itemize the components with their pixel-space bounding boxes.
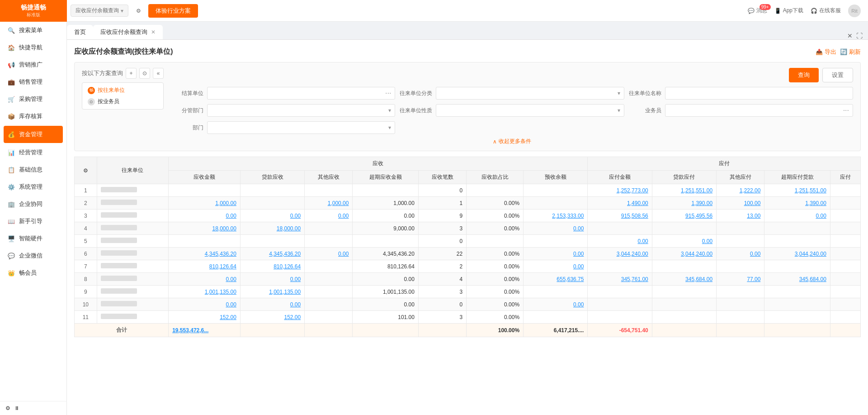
query-button[interactable]: 查询 <box>789 68 819 82</box>
messages-btn[interactable]: 💬 消息 99+ <box>748 7 767 14</box>
link-value[interactable]: 152.00 <box>284 314 301 320</box>
scheme-item-salesperson[interactable]: ⊙ 按业务员 <box>84 96 161 107</box>
sidebar-item-business[interactable]: 📊 经营管理 <box>0 144 66 161</box>
link-value[interactable]: 1,490.00 <box>627 200 648 206</box>
row-pay-count <box>830 197 860 210</box>
link-value[interactable]: 0.00 <box>702 238 712 244</box>
sidebar-item-system[interactable]: ⚙️ 系统管理 <box>0 178 66 196</box>
link-value[interactable]: 345,761.00 <box>621 276 648 282</box>
close-window-icon[interactable]: ✕ <box>847 32 853 39</box>
link-value[interactable]: 3,044,240.00 <box>795 251 826 257</box>
link-value[interactable]: 345,684.00 <box>685 276 712 282</box>
partner-type-field: 往来单位分类 ▾ <box>400 87 624 100</box>
link-value[interactable]: 915,508.56 <box>621 213 648 219</box>
link-value[interactable]: 0.00 <box>816 213 826 219</box>
link-value[interactable]: 0.00 <box>637 238 648 244</box>
partner-type-input[interactable]: ▾ <box>436 87 624 100</box>
sidebar-item-nav[interactable]: 🏠 快捷导航 <box>0 39 66 56</box>
tab-home[interactable]: 首页 <box>67 25 93 39</box>
link-value[interactable]: 1,000.00 <box>215 200 236 206</box>
sidebar-item-inventory[interactable]: 📦 库存核算 <box>0 108 66 125</box>
online-service-btn[interactable]: 🎧 在线客服 <box>811 7 841 14</box>
sidebar-item-basic[interactable]: 📋 基础信息 <box>0 161 66 178</box>
table-row: 11 152.00 152.00 101.00 3 0.00% <box>75 311 861 324</box>
pause-icon[interactable]: ⏸ <box>14 405 19 411</box>
link-value[interactable]: 3,044,240.00 <box>681 251 712 257</box>
sidebar-item-hardware[interactable]: 🖥️ 智能硬件 <box>0 230 66 247</box>
link-value[interactable]: 4,345,436.20 <box>205 251 236 257</box>
collapse-button[interactable]: ∧ 收起更多条件 <box>171 138 853 145</box>
settings-icon[interactable]: ⚙ <box>132 5 145 17</box>
link-value[interactable]: 0.00 <box>226 276 236 282</box>
link-value[interactable]: 0.00 <box>290 276 301 282</box>
row-overdue-pay: 0.00 <box>764 210 830 222</box>
settlement-unit-input[interactable]: ··· <box>207 87 395 100</box>
scheme-item-partner[interactable]: 畅 按往来单位 <box>84 85 161 96</box>
sidebar-item-wechat[interactable]: 💬 企业微信 <box>0 247 66 264</box>
col-other-recv: 其他应收 <box>305 171 353 184</box>
tab-query[interactable]: 应收应付余额查询 ✕ <box>93 25 163 39</box>
dept-input[interactable]: ▾ <box>207 121 395 134</box>
collapse-scheme-btn[interactable]: « <box>153 68 164 79</box>
link-value[interactable]: 1,252,773.00 <box>617 187 648 194</box>
link-value[interactable]: 0.00 <box>290 301 301 308</box>
edit-scheme-btn[interactable]: ⊙ <box>139 68 150 79</box>
export-button[interactable]: 📤 导出 <box>816 48 836 56</box>
sidebar-item-search[interactable]: 🔍 搜索菜单 <box>0 22 66 39</box>
partner-name-input[interactable] <box>665 87 853 100</box>
sidebar-item-guide[interactable]: 📖 新手引导 <box>0 213 66 230</box>
link-value[interactable]: 1,390.00 <box>691 200 712 206</box>
link-value[interactable]: 0.00 <box>290 213 301 219</box>
link-value[interactable]: 0.00 <box>573 251 584 257</box>
link-value[interactable]: 1,001,135.00 <box>205 289 236 295</box>
link-value[interactable]: 1,251,551.00 <box>681 187 712 194</box>
link-value[interactable]: 18,000.00 <box>277 225 301 232</box>
link-value[interactable]: 152.00 <box>220 314 236 320</box>
refresh-button[interactable]: 🔄 刷新 <box>840 48 861 56</box>
link-value[interactable]: 4,345,436.20 <box>269 251 301 257</box>
table-container[interactable]: ⚙ 往来单位 应收 应付 应收金额 贷款应收 其他应收 超期应收金额 应收笔数 … <box>74 157 861 403</box>
link-value[interactable]: 1,222.00 <box>740 187 761 194</box>
link-value[interactable]: 77.00 <box>747 276 760 282</box>
link-value[interactable]: 655,636.75 <box>557 276 584 282</box>
link-value[interactable]: 915,495.56 <box>685 213 712 219</box>
link-value[interactable]: 0.00 <box>226 213 236 219</box>
partner-nature-input[interactable]: ▾ <box>436 104 624 117</box>
sidebar-item-finance[interactable]: 💰 资金管理 <box>4 126 63 143</box>
link-value[interactable]: 0.00 <box>338 213 349 219</box>
link-value[interactable]: 2,153,333.00 <box>552 213 584 219</box>
sidebar-item-member[interactable]: 👑 畅会员 <box>0 264 66 281</box>
link-value[interactable]: 0.00 <box>573 263 584 270</box>
link-value[interactable]: 3,044,240.00 <box>617 251 648 257</box>
link-value[interactable]: 0.00 <box>226 301 236 308</box>
trial-button[interactable]: 体验行业方案 <box>148 4 198 18</box>
link-value[interactable]: 1,390.00 <box>805 200 826 206</box>
link-value[interactable]: 18,000.00 <box>212 225 236 232</box>
link-value[interactable]: 0.00 <box>338 251 349 257</box>
link-value[interactable]: 810,126.64 <box>209 263 236 270</box>
link-value[interactable]: 0.00 <box>573 301 584 308</box>
user-avatar[interactable]: Rit <box>848 5 861 17</box>
link-value[interactable]: 0.00 <box>573 225 584 232</box>
link-value[interactable]: 810,126.64 <box>274 263 301 270</box>
link-value[interactable]: 100.00 <box>744 200 761 206</box>
link-value[interactable]: 1,000.00 <box>328 200 349 206</box>
sidebar-item-marketing[interactable]: 📢 营销推广 <box>0 56 66 73</box>
salesperson-input[interactable]: ··· <box>665 104 853 117</box>
tab-close-icon[interactable]: ✕ <box>151 29 156 35</box>
settings-bottom-icon[interactable]: ⚙ <box>5 405 10 411</box>
sidebar-item-purchase[interactable]: 🛒 采购管理 <box>0 91 66 108</box>
link-value[interactable]: 0.00 <box>750 251 760 257</box>
link-value[interactable]: 345,684.00 <box>799 276 826 282</box>
sidebar-item-sales[interactable]: 💼 销售管理 <box>0 73 66 91</box>
expand-window-icon[interactable]: ⛶ <box>856 32 863 39</box>
col-settings[interactable]: ⚙ <box>75 157 97 184</box>
dept-manage-input[interactable]: ▾ <box>207 104 395 117</box>
app-download-btn[interactable]: 📱 App下载 <box>774 7 803 14</box>
link-value[interactable]: 1,251,551.00 <box>795 187 826 194</box>
sidebar-item-corp[interactable]: 🏢 企业协同 <box>0 196 66 213</box>
link-value[interactable]: 1,001,135.00 <box>269 289 301 295</box>
link-value[interactable]: 13.00 <box>747 213 760 219</box>
settings-button[interactable]: 设置 <box>822 68 853 82</box>
add-scheme-btn[interactable]: + <box>126 68 137 79</box>
